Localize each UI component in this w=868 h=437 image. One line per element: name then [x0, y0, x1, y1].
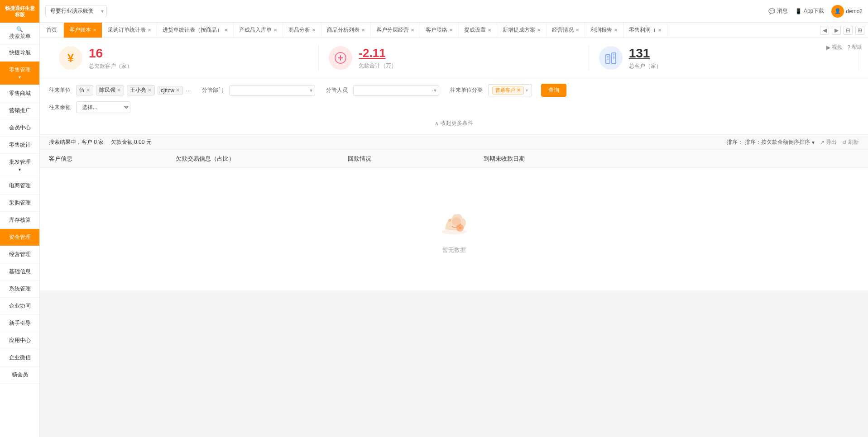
sidebar-item-label: 企业微信 — [3, 354, 37, 361]
sidebar-item-member[interactable]: 会员中心 — [0, 119, 39, 137]
tab-close-icon[interactable]: ✕ — [575, 28, 579, 33]
balance-select[interactable]: 选择... — [76, 101, 130, 113]
tag-remove-wang[interactable]: ✕ — [148, 87, 152, 93]
collapse-button[interactable]: ∧ 收起更多条件 — [49, 118, 859, 129]
avatar-image: 👤 — [831, 5, 844, 18]
sidebar-item-operation-mgmt[interactable]: 经营管理 — [0, 246, 39, 263]
tab-customer-connect[interactable]: 客户联络 ✕ — [420, 23, 459, 38]
empty-icon — [436, 204, 472, 241]
tab-close-icon[interactable]: ✕ — [658, 28, 662, 33]
table-header: 客户信息 欠款交易信息（占比） 回款情况 到期未收款日期 — [40, 150, 868, 168]
refresh-button[interactable]: ↺ 刷新 — [842, 138, 859, 146]
sidebar-item-system[interactable]: 系统管理 — [0, 280, 39, 298]
dept-input[interactable] — [229, 85, 315, 96]
tab-purchase-order[interactable]: 采购订单统计表 ✕ — [102, 23, 157, 38]
tab-close-icon[interactable]: ✕ — [273, 28, 277, 33]
tab-label: 商品分析列表 — [327, 26, 360, 34]
tag-remove-wu[interactable]: ✕ — [86, 87, 90, 93]
stat-help: ▶ 视频 ? 帮助 — [826, 43, 863, 51]
sidebar-item-label: 资金管理 — [3, 233, 37, 241]
tab-label: 客户账本 — [69, 26, 91, 34]
query-button[interactable]: 查询 — [541, 84, 566, 97]
tab-new-promo[interactable]: 新增提成方案 ✕ — [497, 23, 547, 38]
sidebar-item-retail[interactable]: 零售管理 ▾ — [0, 62, 39, 85]
sidebar-item-quick-nav[interactable]: 快捷导航 — [0, 44, 39, 62]
stat-all-customers: 131 总客户（家） — [589, 45, 859, 71]
topbar-left: 母婴行业演示账套 ▾ — [45, 5, 107, 17]
sidebar-item-retail-mall[interactable]: 零售商城 — [0, 85, 39, 102]
topbar-right: 💬 消息 📱 App下载 👤 demo2 — [768, 5, 863, 18]
edition-selector[interactable]: 母婴行业演示账套 ▾ — [45, 5, 107, 17]
tab-close-icon[interactable]: ✕ — [224, 28, 228, 33]
person-select-wrapper: ··· — [353, 85, 439, 96]
tab-close-icon[interactable]: ✕ — [449, 28, 453, 33]
tab-goods-analysis-list[interactable]: 商品分析列表 ✕ — [321, 23, 371, 38]
stat-data-debt: -2.11 欠款合计（万） — [359, 46, 397, 70]
sidebar-item-wholesale[interactable]: 批发管理 ▾ — [0, 154, 39, 177]
tab-operation[interactable]: 经营情况 ✕ — [547, 23, 585, 38]
message-button[interactable]: 💬 消息 — [768, 7, 788, 15]
balance-label: 往来余额 — [49, 104, 71, 111]
sidebar-item-purchase[interactable]: 采购管理 — [0, 195, 39, 212]
stat-total-customers: ¥ 16 总欠款客户（家） — [49, 45, 319, 71]
filter-more-tags[interactable]: ··· — [186, 87, 191, 94]
tab-close-icon[interactable]: ✕ — [312, 28, 316, 33]
tab-customer-tier[interactable]: 客户分层经营 ✕ — [371, 23, 420, 38]
sidebar-item-app-center[interactable]: 应用中心 — [0, 332, 39, 349]
col-header-repayment: 回款情况 — [348, 155, 484, 163]
tag-remove-chen[interactable]: ✕ — [117, 87, 121, 93]
stat-data-customers: 16 总欠款客户（家） — [89, 46, 132, 71]
sidebar-item-label: 基础信息 — [3, 268, 37, 276]
sidebar-item-finance[interactable]: 资金管理 — [0, 229, 39, 246]
sidebar-item-search[interactable]: 🔍 搜索菜单 — [0, 23, 39, 44]
tab-goods-analysis[interactable]: 商品分析 ✕ — [283, 23, 321, 38]
tab-retail-profit[interactable]: 零售利润（ ✕ — [623, 23, 667, 38]
sort-selector[interactable]: 排序： 排序：按欠款金额倒序排序 ▾ — [727, 138, 815, 146]
customer-type-tag-remove[interactable]: ✕ — [517, 87, 521, 93]
tab-prev-button[interactable]: ◀ — [820, 26, 829, 35]
tab-menu-button[interactable]: ⊟ — [844, 26, 853, 35]
export-button[interactable]: ↗ 导出 — [820, 138, 837, 146]
collapse-arrow-icon: ∧ — [435, 120, 439, 127]
tab-bar: 首页 客户账本 ✕ 采购订单统计表 ✕ 进货单统计表（按商品） ✕ 产成品入库单… — [40, 23, 868, 38]
help-button[interactable]: ? 帮助 — [847, 43, 863, 51]
tab-product-in[interactable]: 产成品入库单 ✕ — [234, 23, 283, 38]
tab-label: 产成品入库单 — [239, 26, 272, 34]
tab-profit-report[interactable]: 利润报告 ✕ — [585, 23, 623, 38]
user-avatar[interactable]: 👤 demo2 — [831, 5, 863, 18]
tag-remove-cjttcw[interactable]: ✕ — [176, 87, 180, 93]
video-help-button[interactable]: ▶ 视频 — [826, 43, 843, 51]
tab-next-button[interactable]: ▶ — [832, 26, 841, 35]
tab-home[interactable]: 首页 — [40, 23, 64, 38]
person-input[interactable] — [353, 85, 439, 96]
tab-close-icon[interactable]: ✕ — [488, 28, 491, 33]
sidebar-item-inventory[interactable]: 库存核算 — [0, 212, 39, 229]
tab-close-icon[interactable]: ✕ — [614, 28, 618, 33]
tab-customer-book[interactable]: 客户账本 ✕ — [64, 23, 102, 38]
tab-close-icon[interactable]: ✕ — [537, 28, 541, 33]
tab-maximize-button[interactable]: ⊞ — [855, 26, 864, 35]
sidebar-item-marketing[interactable]: 营销推广 — [0, 102, 39, 119]
tab-close-icon[interactable]: ✕ — [361, 28, 365, 33]
tab-purchase-stat[interactable]: 进货单统计表（按商品） ✕ — [157, 23, 234, 38]
question-icon: ? — [847, 44, 850, 51]
sidebar-item-ecommerce[interactable]: 电商管理 — [0, 177, 39, 195]
sidebar-item-wechat-biz[interactable]: 企业微信 — [0, 349, 39, 366]
customer-type-tag: 普通客户 ✕ — [492, 86, 524, 95]
sidebar-item-newbie[interactable]: 新手引导 — [0, 315, 39, 332]
sidebar-item-retail-stat[interactable]: 零售统计 — [0, 137, 39, 154]
person-dots-icon: ··· — [432, 87, 436, 94]
tab-close-icon[interactable]: ✕ — [411, 28, 414, 33]
tab-close-icon[interactable]: ✕ — [148, 28, 151, 33]
sidebar-item-basic-info[interactable]: 基础信息 — [0, 263, 39, 280]
sidebar-item-enterprise[interactable]: 企业协同 — [0, 298, 39, 315]
stat-data-all: 131 总客户（家） — [629, 46, 662, 71]
stat-icon-all — [598, 45, 623, 71]
tab-close-icon[interactable]: ✕ — [93, 28, 96, 33]
sidebar-item-vip[interactable]: 畅会员 — [0, 366, 39, 384]
app-download-button[interactable]: 📱 App下载 — [795, 7, 824, 15]
sidebar-item-label: 企业协同 — [3, 302, 37, 310]
dept-select-wrapper — [229, 85, 315, 96]
edition-label: 母婴行业演示账套 — [50, 8, 94, 14]
tab-promo-settings[interactable]: 提成设置 ✕ — [459, 23, 497, 38]
